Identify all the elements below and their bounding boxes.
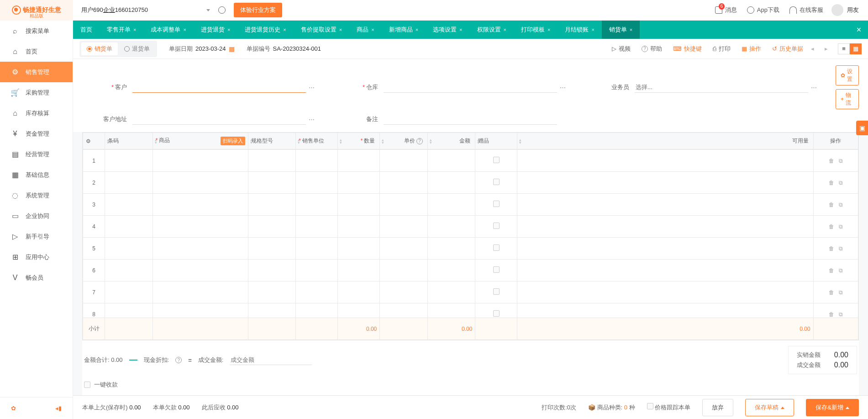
- history-link[interactable]: ↺历史单据: [772, 45, 803, 53]
- table-row[interactable]: 1🗑⧉: [83, 150, 858, 172]
- shortcut-link[interactable]: ⌨快捷键: [673, 45, 702, 53]
- video-link[interactable]: ▷视频: [612, 45, 631, 53]
- delete-icon[interactable]: 🗑: [829, 158, 834, 164]
- tab-9[interactable]: 权限设置×: [470, 21, 514, 39]
- sidebar-item-0[interactable]: ⌕搜索菜单: [0, 21, 73, 41]
- collect-checkbox[interactable]: [84, 382, 90, 388]
- th-unit[interactable]: ▴▾*销售单位: [296, 133, 338, 149]
- table-row[interactable]: 3🗑⧉: [83, 194, 858, 216]
- float-panel-toggle[interactable]: ▣: [856, 121, 868, 135]
- close-icon[interactable]: ×: [339, 27, 342, 32]
- th-avail[interactable]: ▴▾可用量: [517, 133, 813, 149]
- tab-10[interactable]: 打印模板×: [514, 21, 558, 39]
- tab-1[interactable]: 零售开单×: [100, 21, 143, 39]
- copy-icon[interactable]: ⧉: [839, 245, 843, 252]
- gift-checkbox[interactable]: [493, 288, 500, 295]
- delete-icon[interactable]: 🗑: [829, 267, 834, 274]
- collapse-icon[interactable]: ◂▮: [55, 405, 62, 412]
- experience-button[interactable]: 体验行业方案: [234, 3, 282, 17]
- copy-icon[interactable]: ⧉: [839, 158, 843, 164]
- track-checkbox[interactable]: [647, 403, 653, 409]
- help-icon[interactable]: ?: [175, 357, 182, 363]
- copy-icon[interactable]: ⧉: [839, 289, 843, 296]
- copy-icon[interactable]: ⧉: [839, 267, 843, 274]
- th-price[interactable]: ▴▾单价 ?: [380, 133, 428, 149]
- table-row[interactable]: 8🗑⧉: [83, 303, 858, 318]
- th-amount[interactable]: ▴▾金额: [427, 133, 475, 149]
- sidebar-item-8[interactable]: ◌系统管理: [0, 185, 73, 206]
- delete-icon[interactable]: 🗑: [829, 289, 834, 296]
- tab-8[interactable]: 选项设置×: [426, 21, 469, 39]
- tab-11[interactable]: 月结锁账×: [558, 21, 601, 39]
- calendar-icon[interactable]: ▦: [229, 45, 235, 53]
- app-download-link[interactable]: App下载: [747, 6, 779, 14]
- gift-checkbox[interactable]: [493, 201, 500, 207]
- sidebar-item-11[interactable]: ⊞应用中心: [0, 247, 73, 267]
- next-doc[interactable]: ▸: [821, 44, 831, 53]
- gift-checkbox[interactable]: [493, 266, 500, 273]
- close-icon[interactable]: ×: [504, 27, 506, 32]
- th-barcode[interactable]: ▴▾条码: [105, 133, 153, 149]
- table-row[interactable]: 6🗑⧉: [83, 260, 858, 281]
- settings-button[interactable]: ✿设置: [836, 65, 859, 85]
- gift-checkbox[interactable]: [493, 223, 500, 229]
- doc-date[interactable]: 2023-03-24: [195, 45, 226, 52]
- radio-return[interactable]: 退货单: [119, 42, 155, 55]
- settings-icon[interactable]: ✿: [11, 405, 16, 412]
- warehouse-picker[interactable]: ⋯: [560, 84, 566, 91]
- tab-3[interactable]: 进货退货×: [194, 21, 237, 39]
- tab-0[interactable]: 首页: [73, 21, 100, 39]
- close-icon[interactable]: ×: [416, 27, 418, 32]
- sidebar-item-9[interactable]: ▭企业协同: [0, 206, 73, 226]
- tab-2[interactable]: 成本调整单×: [143, 21, 193, 39]
- close-icon[interactable]: ×: [227, 27, 230, 32]
- delete-icon[interactable]: 🗑: [829, 245, 834, 252]
- gift-checkbox[interactable]: [493, 244, 500, 251]
- copy-icon[interactable]: ⧉: [839, 223, 843, 230]
- th-gift[interactable]: ▴▾赠品: [475, 133, 517, 149]
- view-list[interactable]: ≡: [838, 43, 850, 54]
- help-link[interactable]: ?帮助: [642, 45, 662, 53]
- table-row[interactable]: 2🗑⧉: [83, 172, 858, 194]
- username[interactable]: 用友: [847, 6, 859, 14]
- close-icon[interactable]: ×: [133, 27, 136, 32]
- sidebar-item-4[interactable]: ⌂库存核算: [0, 103, 73, 123]
- prev-doc[interactable]: ◂: [808, 44, 817, 53]
- gear-icon[interactable]: [218, 6, 226, 14]
- help-icon[interactable]: ?: [416, 138, 423, 144]
- tab-5[interactable]: 售价提取设置×: [294, 21, 349, 39]
- sidebar-item-6[interactable]: ▤经营管理: [0, 144, 73, 164]
- logistics-button[interactable]: +物流: [836, 89, 859, 109]
- copy-icon[interactable]: ⧉: [839, 202, 843, 208]
- tab-6[interactable]: 商品×: [349, 21, 381, 39]
- salesman-picker[interactable]: ⋯: [811, 84, 817, 91]
- tab-4[interactable]: 进货退货历史×: [237, 21, 293, 39]
- sidebar-item-5[interactable]: ¥资金管理: [0, 123, 73, 144]
- delete-icon[interactable]: 🗑: [829, 311, 834, 318]
- close-all-tabs[interactable]: ×: [850, 21, 868, 39]
- th-qty[interactable]: ▴▾*数量: [338, 133, 380, 149]
- sidebar-item-2[interactable]: ⚙销售管理: [0, 62, 73, 82]
- print-link[interactable]: ⎙打印: [713, 45, 731, 53]
- gift-checkbox[interactable]: [493, 179, 500, 185]
- th-product[interactable]: ▴▾*商品扫码录入: [153, 133, 248, 149]
- table-row[interactable]: 7🗑⧉: [83, 281, 858, 303]
- tab-12[interactable]: 销货单×: [602, 21, 640, 39]
- table-row[interactable]: 4🗑⧉: [83, 216, 858, 238]
- remark-input[interactable]: [384, 114, 557, 125]
- gift-checkbox[interactable]: [493, 157, 500, 163]
- sidebar-item-12[interactable]: V畅会员: [0, 267, 73, 288]
- sidebar-item-3[interactable]: 🛒采购管理: [0, 82, 73, 103]
- delete-icon[interactable]: 🗑: [829, 223, 834, 230]
- close-icon[interactable]: ×: [183, 27, 186, 32]
- radio-sale[interactable]: 销货单: [81, 42, 118, 55]
- address-picker[interactable]: ⋯: [309, 116, 315, 123]
- close-icon[interactable]: ×: [459, 27, 462, 32]
- close-icon[interactable]: ×: [283, 27, 286, 32]
- scan-tag[interactable]: 扫码录入: [221, 137, 245, 145]
- ops-link[interactable]: ▦操作: [742, 45, 761, 53]
- th-config[interactable]: ⚙: [83, 133, 105, 149]
- messages-link[interactable]: 6 消息: [715, 6, 737, 14]
- support-link[interactable]: 在线客服: [789, 6, 823, 14]
- close-icon[interactable]: ×: [371, 27, 374, 32]
